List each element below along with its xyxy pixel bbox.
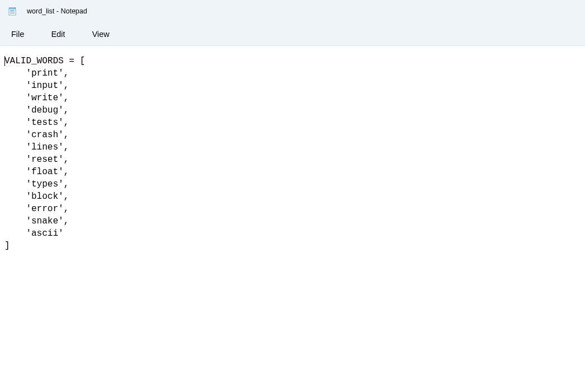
svg-rect-5 (14, 7, 15, 8)
menu-view[interactable]: View (84, 26, 117, 42)
text-caret (4, 56, 5, 66)
svg-rect-1 (10, 7, 10, 8)
svg-rect-9 (10, 13, 15, 13)
svg-rect-2 (11, 7, 11, 8)
notepad-window: word_list - Notepad File Edit View VALID… (0, 0, 585, 392)
menubar: File Edit View (0, 22, 585, 46)
menu-file[interactable]: File (3, 26, 32, 42)
menu-edit[interactable]: Edit (43, 26, 73, 42)
window-title: word_list - Notepad (27, 7, 87, 15)
notepad-icon (8, 7, 17, 16)
svg-rect-8 (10, 11, 15, 12)
svg-rect-4 (13, 7, 13, 8)
svg-rect-7 (10, 10, 15, 11)
editor-content: VALID_WORDS = [ 'print', 'input', 'write… (4, 56, 85, 251)
titlebar[interactable]: word_list - Notepad (0, 0, 585, 22)
svg-rect-3 (12, 7, 12, 8)
text-editor[interactable]: VALID_WORDS = [ 'print', 'input', 'write… (0, 46, 585, 392)
